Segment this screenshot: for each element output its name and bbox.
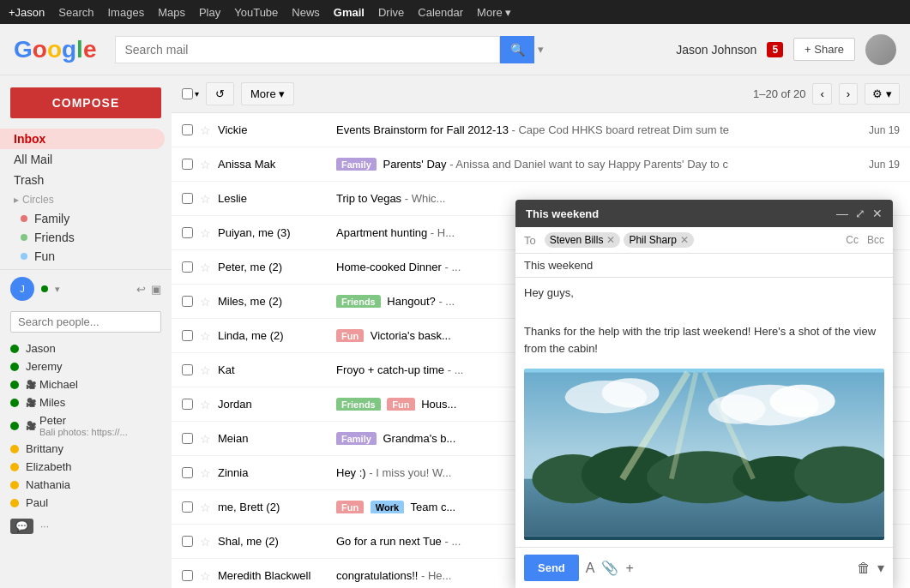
- select-all-dropdown[interactable]: ▾: [195, 89, 199, 99]
- chat-icon[interactable]: 💬: [10, 519, 33, 534]
- email-checkbox[interactable]: [182, 330, 193, 341]
- share-button[interactable]: + Share: [793, 38, 855, 61]
- star-icon[interactable]: ☆: [200, 569, 211, 583]
- drive-link[interactable]: Drive: [378, 6, 404, 19]
- email-checkbox[interactable]: [182, 227, 193, 238]
- star-icon[interactable]: ☆: [200, 261, 211, 274]
- email-checkbox[interactable]: [182, 261, 193, 273]
- search-link[interactable]: Search: [58, 6, 93, 19]
- prev-page-button[interactable]: ‹: [812, 83, 831, 105]
- compose-body[interactable]: Hey guys, Thanks for the help with the t…: [515, 278, 893, 369]
- attach-icon[interactable]: 📎: [601, 560, 618, 576]
- youtube-link[interactable]: YouTube: [234, 6, 278, 19]
- sidebar-item-inbox-label: Inbox: [14, 132, 45, 146]
- compose-close-button[interactable]: ✕: [872, 207, 883, 220]
- contact-nathania[interactable]: Nathania: [0, 476, 172, 494]
- compose-expand-button[interactable]: ⤢: [855, 207, 865, 220]
- star-icon[interactable]: ☆: [200, 192, 211, 206]
- compose-header[interactable]: This weekend — ⤢ ✕: [515, 200, 893, 227]
- email-checkbox[interactable]: [182, 159, 193, 170]
- email-checkbox[interactable]: [182, 433, 193, 444]
- email-checkbox[interactable]: [182, 501, 193, 513]
- to-input[interactable]: [697, 234, 842, 247]
- select-all-checkbox[interactable]: [182, 88, 193, 99]
- more-options-icon[interactable]: ▾: [877, 560, 884, 576]
- star-icon[interactable]: ☆: [200, 226, 211, 240]
- email-checkbox[interactable]: [182, 570, 193, 581]
- settings-button[interactable]: ⚙ ▾: [865, 83, 900, 105]
- search-input[interactable]: [115, 36, 500, 63]
- circles-expand-icon[interactable]: ▸: [14, 194, 19, 206]
- calendar-link[interactable]: Calendar: [418, 6, 463, 19]
- sidebar-item-friends[interactable]: Friends: [0, 228, 172, 247]
- header-right: Jason Johnson 5 + Share: [676, 34, 896, 65]
- sidebar-item-fun[interactable]: Fun: [0, 247, 172, 266]
- email-row[interactable]: ☆ Vickie Events Brainstorm for Fall 2012…: [172, 113, 910, 147]
- star-icon[interactable]: ☆: [200, 432, 211, 446]
- next-page-button[interactable]: ›: [839, 83, 858, 105]
- star-icon[interactable]: ☆: [200, 535, 211, 549]
- search-dropdown[interactable]: ▾: [538, 43, 544, 56]
- compose-button[interactable]: COMPOSE: [10, 87, 161, 118]
- compose-minimize-button[interactable]: —: [836, 207, 848, 220]
- star-icon[interactable]: ☆: [200, 466, 211, 480]
- contact-jeremy[interactable]: Jeremy: [0, 357, 172, 375]
- play-link[interactable]: Play: [199, 6, 220, 19]
- more-options-icon[interactable]: ···: [40, 520, 49, 532]
- sidebar-item-allmail[interactable]: All Mail: [0, 149, 165, 170]
- star-icon[interactable]: ☆: [200, 501, 211, 514]
- send-button[interactable]: Send: [524, 555, 579, 581]
- star-icon[interactable]: ☆: [200, 329, 211, 343]
- people-search-input[interactable]: [10, 311, 161, 333]
- cc-label[interactable]: Cc: [846, 234, 859, 246]
- remove-recipient-icon[interactable]: ✕: [606, 234, 615, 246]
- plus-jason-link[interactable]: +Jason: [9, 6, 45, 19]
- more-link[interactable]: More ▾: [477, 6, 511, 19]
- recipient-phil-sharp[interactable]: Phil Sharp ✕: [624, 232, 693, 248]
- search-button[interactable]: 🔍: [500, 36, 534, 63]
- email-checkbox[interactable]: [182, 296, 193, 307]
- star-icon[interactable]: ☆: [200, 398, 211, 411]
- contact-miles[interactable]: 🎥 Miles: [0, 393, 172, 411]
- sidebar-item-family[interactable]: Family: [0, 209, 172, 228]
- star-icon[interactable]: ☆: [200, 123, 211, 137]
- refresh-button[interactable]: ↺: [206, 82, 234, 105]
- contact-jason[interactable]: Jason: [0, 339, 172, 357]
- more-toolbar-button[interactable]: More ▾: [241, 82, 294, 105]
- gmail-link[interactable]: Gmail: [334, 6, 365, 19]
- star-icon[interactable]: ☆: [200, 158, 211, 171]
- star-icon[interactable]: ☆: [200, 363, 211, 377]
- contact-elizabeth[interactable]: Elizabeth: [0, 458, 172, 476]
- email-checkbox[interactable]: [182, 364, 193, 375]
- contact-michael[interactable]: 🎥 Michael: [0, 375, 172, 393]
- contact-peter[interactable]: 🎥 Peter Bali photos: https://...: [0, 411, 172, 440]
- star-icon[interactable]: ☆: [200, 295, 211, 309]
- email-sender: me, Brett (2): [218, 501, 329, 513]
- user-status-dropdown[interactable]: ▾: [55, 284, 60, 295]
- email-checkbox[interactable]: [182, 536, 193, 547]
- phone-icon[interactable]: ↩: [136, 283, 146, 296]
- email-checkbox[interactable]: [182, 193, 193, 204]
- sidebar-item-inbox[interactable]: Inbox: [0, 129, 165, 149]
- avatar[interactable]: [865, 34, 896, 65]
- images-link[interactable]: Images: [108, 6, 145, 19]
- insert-icon[interactable]: +: [625, 561, 633, 576]
- video-icon[interactable]: ▣: [151, 283, 161, 296]
- contact-paul[interactable]: Paul: [0, 494, 172, 512]
- sidebar-item-trash[interactable]: Trash: [0, 170, 165, 190]
- body-greeting: Hey guys,: [524, 285, 884, 302]
- email-checkbox[interactable]: [182, 124, 193, 135]
- notification-badge[interactable]: 5: [767, 42, 783, 57]
- maps-link[interactable]: Maps: [158, 6, 185, 19]
- remove-recipient-icon[interactable]: ✕: [680, 234, 689, 246]
- delete-draft-icon[interactable]: 🗑: [857, 560, 871, 576]
- video-camera-icon: 🎥: [26, 380, 36, 389]
- news-link[interactable]: News: [292, 6, 320, 19]
- email-row[interactable]: ☆ Anissa Mak Family Parents' Day - Aniss…: [172, 147, 910, 182]
- contact-brittany[interactable]: Brittany: [0, 440, 172, 458]
- font-icon[interactable]: A: [586, 561, 595, 576]
- bcc-label[interactable]: Bcc: [867, 234, 884, 246]
- recipient-steven-bills[interactable]: Steven Bills ✕: [545, 232, 621, 248]
- email-checkbox[interactable]: [182, 467, 193, 478]
- email-checkbox[interactable]: [182, 399, 193, 410]
